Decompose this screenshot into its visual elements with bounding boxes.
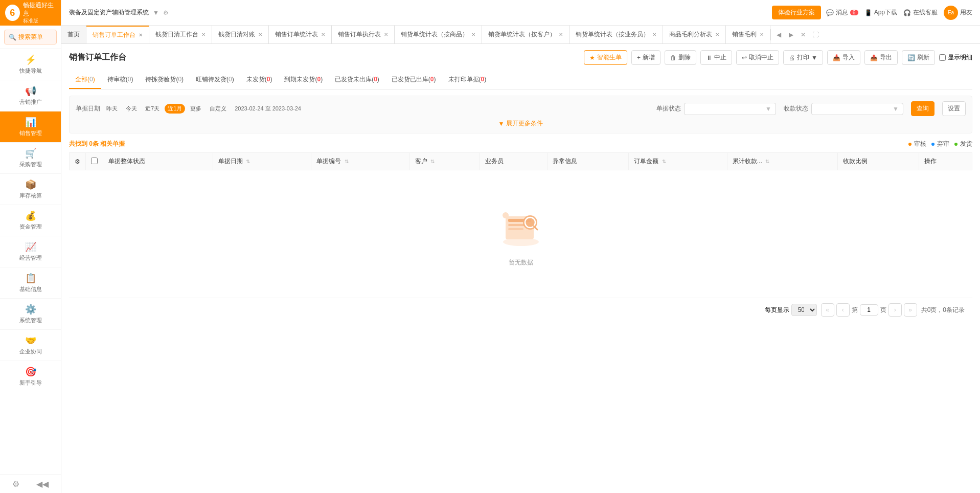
th-staff[interactable]: 业务员 bbox=[480, 153, 548, 170]
tab-sales-by-staff[interactable]: 销货单统计表（按业务员） ✕ bbox=[569, 26, 663, 44]
close-tab-margin-analysis[interactable]: ✕ bbox=[715, 32, 719, 37]
app-download-action[interactable]: 📱 App下载 bbox=[864, 8, 897, 17]
delete-icon: 🗑 bbox=[670, 54, 676, 61]
tab-cash-daily[interactable]: 钱货日清工作台 ✕ bbox=[149, 26, 212, 44]
collapse-icon[interactable]: ◀◀ bbox=[36, 479, 49, 489]
next-page-btn[interactable]: › bbox=[888, 303, 902, 317]
close-tab-sales-exec[interactable]: ✕ bbox=[384, 32, 388, 37]
settings-bottom-icon[interactable]: ⚙ bbox=[12, 479, 19, 489]
tab-sales-workbench[interactable]: 销售订单工作台 ✕ bbox=[86, 26, 149, 44]
tab-scroll-left[interactable]: ◀ bbox=[773, 29, 784, 40]
prev-page-btn[interactable]: ‹ bbox=[836, 303, 850, 317]
filter-date-more[interactable]: 更多 bbox=[187, 104, 204, 114]
filter-date-7days[interactable]: 近7天 bbox=[142, 104, 163, 114]
sidebar-item-marketing[interactable]: 📢 营销推广 bbox=[0, 80, 61, 111]
close-tab-cash-reconcile[interactable]: ✕ bbox=[258, 32, 262, 37]
last-page-btn[interactable]: » bbox=[904, 303, 917, 317]
th-settings[interactable]: ⚙ bbox=[70, 153, 86, 170]
subtab-wangpu-ship[interactable]: 旺铺待发货(0) bbox=[190, 71, 240, 89]
show-detail-label[interactable]: 显示明细 bbox=[939, 53, 972, 62]
tab-close-all[interactable]: ✕ bbox=[797, 29, 809, 40]
th-checkbox[interactable] bbox=[86, 153, 103, 170]
sidebar-item-guide[interactable]: 🎯 新手引导 bbox=[0, 361, 61, 392]
tab-sales-stats[interactable]: 销售订单统计表 ✕ bbox=[269, 26, 332, 44]
query-button[interactable]: 查询 bbox=[911, 101, 935, 116]
close-tab-sales-gross[interactable]: ✕ bbox=[760, 32, 764, 37]
th-received[interactable]: 累计收款... ⇅ bbox=[727, 153, 837, 170]
sidebar-item-base-info[interactable]: 📋 基础信息 bbox=[0, 267, 61, 299]
filter-date-today[interactable]: 今天 bbox=[123, 104, 140, 114]
sidebar-item-cooperation[interactable]: 🤝 企业协同 bbox=[0, 330, 61, 361]
suspend-button[interactable]: ⏸ 中止 bbox=[700, 50, 732, 65]
th-amount[interactable]: 订单金额 ⇅ bbox=[629, 153, 727, 170]
th-customer[interactable]: 客户 ⇅ bbox=[410, 153, 480, 170]
subtab-not-printed[interactable]: 未打印单据(0) bbox=[442, 71, 493, 89]
sidebar-item-purchase[interactable]: 🛒 采购管理 bbox=[0, 143, 61, 174]
close-tab-cash-daily[interactable]: ✕ bbox=[201, 32, 206, 37]
subtab-shipped-not-out[interactable]: 已发货未出库(0) bbox=[329, 71, 385, 89]
cancel-suspend-button[interactable]: ↩ 取消中止 bbox=[736, 50, 779, 65]
online-service-action[interactable]: 🎧 在线客服 bbox=[903, 8, 938, 17]
print-button[interactable]: 🖨 打印 ▼ bbox=[783, 50, 823, 65]
review-action-btn[interactable]: 审核 bbox=[908, 140, 926, 148]
settings-button[interactable]: 设置 bbox=[942, 101, 966, 116]
sidebar-item-system[interactable]: ⚙️ 系统管理 bbox=[0, 299, 61, 330]
close-tab-sales-workbench[interactable]: ✕ bbox=[139, 32, 143, 38]
filter-date-custom[interactable]: 自定义 bbox=[207, 104, 230, 114]
filter-expand-btn[interactable]: ▼ 展开更多条件 bbox=[76, 119, 966, 128]
export-button[interactable]: 📤 导出 bbox=[864, 50, 898, 65]
subtab-shipped-out[interactable]: 已发货已出库(0) bbox=[385, 71, 442, 89]
tab-cash-reconcile[interactable]: 钱货日清对账 ✕ bbox=[212, 26, 269, 44]
close-tab-sales-stats[interactable]: ✕ bbox=[321, 32, 325, 37]
close-tab-sales-by-staff[interactable]: ✕ bbox=[652, 32, 656, 37]
add-button[interactable]: + 新增 bbox=[631, 50, 660, 65]
first-page-btn[interactable]: « bbox=[821, 303, 834, 317]
app-logo-icon: 6 bbox=[5, 5, 20, 21]
app-logo-text: 畅捷通好生意 标准版 bbox=[23, 2, 56, 24]
close-tab-sales-by-customer[interactable]: ✕ bbox=[559, 32, 563, 37]
search-menu-button[interactable]: 🔍 搜索菜单 bbox=[4, 30, 57, 44]
sidebar-item-quick-nav[interactable]: ⚡ 快捷导航 bbox=[0, 49, 61, 80]
tab-sales-exec[interactable]: 销售订单执行表 ✕ bbox=[332, 26, 395, 44]
page-number-input[interactable] bbox=[860, 304, 878, 316]
sidebar-item-inventory[interactable]: 📦 库存核算 bbox=[0, 174, 61, 205]
industry-btn[interactable]: 体验行业方案 bbox=[772, 6, 821, 19]
close-tab-sales-by-product[interactable]: ✕ bbox=[471, 32, 475, 37]
th-date[interactable]: 单据日期 ⇅ bbox=[213, 153, 311, 170]
tab-sales-gross[interactable]: 销售毛利 ✕ bbox=[726, 26, 770, 44]
tab-sales-by-customer[interactable]: 销货单统计表（按客户） ✕ bbox=[482, 26, 569, 44]
filter-status-select[interactable]: ▼ bbox=[684, 103, 776, 115]
tab-sales-by-product[interactable]: 销货单统计表（按商品） ✕ bbox=[395, 26, 482, 44]
user-action[interactable]: Ea 用友 bbox=[944, 6, 972, 20]
tab-fullscreen[interactable]: ⛶ bbox=[810, 29, 821, 40]
filter-payment-select[interactable]: ▼ bbox=[811, 103, 903, 115]
gear-icon[interactable]: ⚙ bbox=[163, 9, 169, 16]
filter-payment-label: 收款状态 bbox=[784, 104, 808, 113]
subtab-not-shipped[interactable]: 未发货(0) bbox=[240, 71, 279, 89]
ship-action-btn[interactable]: 发货 bbox=[954, 140, 972, 148]
message-action[interactable]: 💬 消息 6 bbox=[826, 8, 858, 17]
tab-scroll-right[interactable]: ▶ bbox=[785, 29, 796, 40]
show-detail-checkbox[interactable] bbox=[939, 54, 946, 61]
page-size-dropdown[interactable]: 10 20 50 100 bbox=[791, 304, 817, 316]
sidebar-item-finance[interactable]: 💰 资金管理 bbox=[0, 205, 61, 236]
filter-date-yesterday[interactable]: 昨天 bbox=[103, 104, 121, 114]
subtab-overdue-not-shipped[interactable]: 到期未发货(0) bbox=[278, 71, 329, 89]
tab-margin-analysis[interactable]: 商品毛利分析表 ✕ bbox=[663, 26, 726, 44]
subtab-pending-review[interactable]: 待审核(0) bbox=[101, 71, 140, 89]
delete-button[interactable]: 🗑 删除 bbox=[665, 50, 696, 65]
filter-date-1month[interactable]: 近1月 bbox=[165, 104, 185, 114]
th-number[interactable]: 单据编号 ⇅ bbox=[311, 153, 410, 170]
sidebar-item-sales[interactable]: 📊 销售管理 bbox=[0, 111, 61, 143]
subtab-pending-inspect[interactable]: 待拣货验货(0) bbox=[139, 71, 190, 89]
import-button[interactable]: 📥 导入 bbox=[827, 50, 860, 65]
tab-sales-by-customer-label: 销货单统计表（按客户） bbox=[488, 30, 556, 39]
smart-create-button[interactable]: ★ 智能生单 bbox=[584, 50, 627, 65]
sidebar-item-operations[interactable]: 📈 经营管理 bbox=[0, 236, 61, 267]
tab-home[interactable]: 首页 bbox=[61, 26, 86, 44]
unreviewed-action-btn[interactable]: 弃审 bbox=[931, 140, 949, 148]
select-all-checkbox[interactable] bbox=[91, 158, 98, 164]
subtab-all[interactable]: 全部(0) bbox=[69, 71, 101, 89]
refresh-button[interactable]: 🔄 刷新 bbox=[902, 50, 935, 65]
page-header-actions: ★ 智能生单 + 新增 🗑 删除 ⏸ 中止 bbox=[584, 50, 972, 65]
